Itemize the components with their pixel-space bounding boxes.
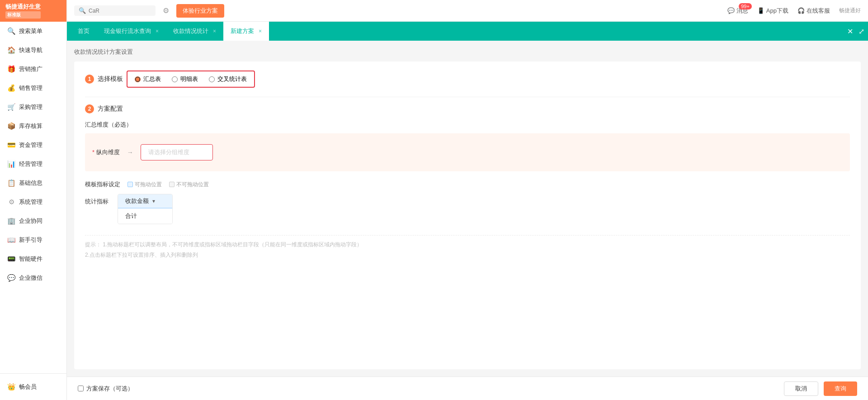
dimension-row: * 纵向维度 → 请选择分组维度 bbox=[92, 144, 843, 160]
step2-num: 2 bbox=[85, 104, 94, 113]
sidebar-item-sales[interactable]: 💰 销售管理 bbox=[0, 79, 66, 98]
tabbar-actions: ✕ ⤢ bbox=[847, 27, 864, 36]
operations-icon: 📊 bbox=[7, 160, 15, 168]
sidebar-item-system[interactable]: ⚙ 系统管理 bbox=[0, 193, 66, 212]
footer-bar: 方案保存（可选） 取消 查询 bbox=[67, 376, 868, 400]
step2-header: 2 方案配置 bbox=[85, 104, 850, 113]
sidebar-item-label: 智能硬件 bbox=[19, 255, 42, 263]
sidebar-item-member[interactable]: 👑 畅会员 bbox=[0, 377, 66, 396]
marketing-icon: 🎁 bbox=[7, 65, 15, 73]
legend-fixed-label: 不可拖动位置 bbox=[176, 181, 209, 188]
metrics-table: 收款金额 ▾ 合计 bbox=[118, 194, 173, 224]
service-label: 在线客服 bbox=[807, 7, 830, 15]
search-box[interactable]: 🔍 bbox=[74, 5, 156, 16]
message-badge: 99+ bbox=[739, 3, 752, 9]
settings-icon[interactable]: ⚙ bbox=[163, 6, 169, 15]
sidebar-item-guide[interactable]: 📖 新手引导 bbox=[0, 231, 66, 249]
legend-dot-gray bbox=[169, 182, 175, 187]
radio-detail-input[interactable] bbox=[172, 76, 178, 82]
topbar-right: 💬 消息 99+ 📱 App下载 🎧 在线客服 畅捷通好 bbox=[727, 7, 861, 15]
radio-cross-input[interactable] bbox=[209, 76, 215, 82]
tab-bank-flow-close[interactable]: × bbox=[156, 28, 159, 34]
sidebar-item-marketing[interactable]: 🎁 营销推广 bbox=[0, 60, 66, 79]
service-button[interactable]: 🎧 在线客服 bbox=[797, 7, 830, 15]
sidebar-item-operations[interactable]: 📊 经营管理 bbox=[0, 155, 66, 174]
sidebar-item-search-menu[interactable]: 🔍 搜索菜单 bbox=[0, 22, 66, 41]
radio-detail[interactable]: 明细表 bbox=[172, 75, 198, 83]
radio-detail-label: 明细表 bbox=[180, 75, 198, 83]
radio-cross[interactable]: 交叉统计表 bbox=[209, 75, 247, 83]
tips-section: 提示： 1.拖动标题栏可以调整布局，不可跨维度或指标区域拖动栏目字段（只能在同一… bbox=[85, 235, 850, 259]
tab-bank-flow-label: 现金银行流水查询 bbox=[104, 27, 151, 35]
search-icon: 🔍 bbox=[79, 7, 86, 14]
search-input[interactable] bbox=[89, 8, 151, 14]
industry-solution-button[interactable]: 体验行业方案 bbox=[176, 4, 224, 18]
sidebar-item-label: 采购管理 bbox=[19, 103, 42, 111]
sidebar-item-label: 经营管理 bbox=[19, 160, 42, 168]
purchase-icon: 🛒 bbox=[7, 103, 15, 111]
legend-dot-blue bbox=[127, 182, 133, 187]
inventory-icon: 📦 bbox=[7, 122, 15, 130]
sidebar-item-basic-info[interactable]: 📋 基础信息 bbox=[0, 174, 66, 193]
tab-close-all-icon[interactable]: ✕ bbox=[847, 27, 853, 36]
stats-label: 统计指标 bbox=[85, 194, 108, 206]
sales-icon: 💰 bbox=[7, 84, 15, 92]
basic-info-icon: 📋 bbox=[7, 179, 15, 187]
message-button[interactable]: 💬 消息 99+ bbox=[727, 7, 748, 15]
sidebar-item-purchase[interactable]: 🛒 采购管理 bbox=[0, 98, 66, 117]
metrics-table-header[interactable]: 收款金额 ▾ bbox=[118, 194, 172, 208]
tab-collection-stats[interactable]: 收款情况统计 × bbox=[166, 22, 223, 41]
sidebar-item-wechat[interactable]: 💬 企业微信 bbox=[0, 268, 66, 287]
dimension-config: 汇总维度（必选） * 纵向维度 → 请选择分组维度 bbox=[85, 121, 850, 171]
download-button[interactable]: 📱 App下载 bbox=[757, 7, 788, 15]
legend-draggable: 可拖动位置 bbox=[127, 181, 162, 188]
tab-collection-stats-close[interactable]: × bbox=[213, 28, 216, 34]
enterprise-icon: 🏢 bbox=[7, 217, 15, 225]
radio-summary-input[interactable] bbox=[135, 76, 141, 82]
step2-title: 方案配置 bbox=[98, 105, 123, 113]
save-checkbox-input[interactable] bbox=[78, 386, 84, 391]
sidebar-logo: 畅捷通好生意 标准版 bbox=[0, 0, 66, 22]
sidebar-item-finance[interactable]: 💳 资金管理 bbox=[0, 136, 66, 155]
metrics-layout: 统计指标 收款金额 ▾ 合计 bbox=[85, 194, 850, 224]
sidebar-item-label: 搜索菜单 bbox=[19, 27, 42, 35]
tab-home[interactable]: 首页 bbox=[71, 22, 97, 41]
sidebar-item-label: 基础信息 bbox=[19, 179, 42, 187]
dropdown-icon[interactable]: ▾ bbox=[152, 198, 155, 204]
dimension-input-box[interactable]: 请选择分组维度 bbox=[141, 144, 213, 160]
save-checkbox[interactable]: 方案保存（可选） bbox=[78, 385, 133, 393]
wechat-icon: 💬 bbox=[7, 274, 15, 282]
main-card: 1 选择模板 汇总表 明细表 交叉统计表 bbox=[74, 61, 861, 369]
metrics-title: 模板指标设定 bbox=[85, 180, 120, 188]
content-area: 收款情况统计方案设置 1 选择模板 汇总表 明细表 bbox=[67, 41, 868, 376]
sidebar-item-label: 营销推广 bbox=[19, 65, 42, 73]
step1-header: 1 选择模板 汇总表 明细表 交叉统计表 bbox=[85, 71, 850, 88]
column-header-label: 收款金额 bbox=[125, 197, 149, 205]
confirm-button[interactable]: 查询 bbox=[824, 381, 857, 396]
sidebar-item-enterprise[interactable]: 🏢 企业协同 bbox=[0, 212, 66, 231]
legend-draggable-label: 可拖动位置 bbox=[135, 181, 162, 188]
tab-collection-stats-label: 收款情况统计 bbox=[173, 27, 208, 35]
sidebar-item-label: 销售管理 bbox=[19, 84, 42, 92]
sidebar-item-label: 企业协同 bbox=[19, 217, 42, 225]
tab-maximize-icon[interactable]: ⤢ bbox=[859, 27, 864, 36]
tab-new-plan[interactable]: 新建方案 × bbox=[223, 22, 269, 41]
sidebar-item-smart-hw[interactable]: 📟 智能硬件 bbox=[0, 249, 66, 268]
sidebar-item-label: 新手引导 bbox=[19, 236, 42, 244]
metrics-table-subtotal: 合计 bbox=[118, 208, 172, 224]
tab-bank-flow[interactable]: 现金银行流水查询 × bbox=[97, 22, 166, 41]
sidebar-item-label: 畅会员 bbox=[19, 383, 37, 391]
topbar: 🔍 ⚙ 体验行业方案 💬 消息 99+ 📱 App下载 🎧 在线客服 畅捷通好 bbox=[67, 0, 868, 22]
sidebar-item-quick-nav[interactable]: 🏠 快速导航 bbox=[0, 41, 66, 60]
logo-text: 畅捷通好生意 bbox=[5, 3, 41, 10]
download-label: App下载 bbox=[766, 7, 788, 15]
cancel-button[interactable]: 取消 bbox=[784, 381, 818, 396]
sidebar-item-inventory[interactable]: 📦 库存核算 bbox=[0, 117, 66, 136]
search-menu-icon: 🔍 bbox=[7, 27, 15, 35]
divider1 bbox=[85, 97, 850, 97]
username: 畅捷通好 bbox=[839, 7, 861, 14]
radio-summary[interactable]: 汇总表 bbox=[135, 75, 161, 83]
sidebar-item-label: 快速导航 bbox=[19, 46, 42, 54]
tab-new-plan-close[interactable]: × bbox=[259, 28, 262, 34]
step1-section: 1 选择模板 汇总表 明细表 交叉统计表 bbox=[85, 71, 850, 88]
